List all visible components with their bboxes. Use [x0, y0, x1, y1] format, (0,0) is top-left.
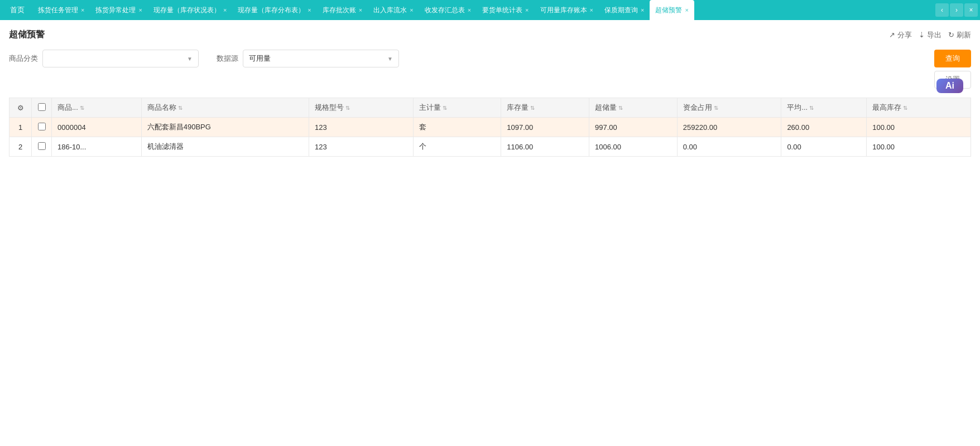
tab-label: 拣货异常处理 [95, 6, 136, 15]
table-row: 1 0000004 六配套新昌490BPG 123 套 1097.00 997.… [9, 118, 971, 137]
top-nav: 首页 拣货任务管理 ×拣货异常处理 ×现存量（库存状况表） ×现存量（库存分布表… [0, 0, 980, 20]
nav-tab-tab7[interactable]: 收发存汇总表 × [419, 0, 477, 20]
tab-close-icon[interactable]: × [359, 7, 362, 13]
sort-icon-capital: ⇅ [714, 105, 718, 111]
col-checkbox-header[interactable] [32, 98, 52, 118]
category-filter: 商品分类 ▼ [9, 50, 199, 67]
ai-badge[interactable]: Ai [936, 79, 963, 93]
category-label: 商品分类 [9, 54, 38, 64]
nav-tab-tab8[interactable]: 要货单统计表 × [477, 0, 534, 20]
tab-label: 要货单统计表 [482, 6, 522, 15]
nav-close-btn[interactable]: × [964, 3, 978, 17]
sort-icon-avg: ⇅ [809, 105, 814, 111]
row-settings-cell: 2 [9, 137, 32, 157]
row-unit: 个 [413, 137, 501, 157]
tab-close-icon[interactable]: × [525, 7, 529, 13]
tab-close-icon[interactable]: × [308, 7, 311, 13]
export-icon: ⇣ [919, 31, 925, 39]
tab-label: 收发存汇总表 [425, 6, 465, 15]
page-title: 超储预警 [9, 29, 45, 41]
tab-close-icon[interactable]: × [590, 7, 593, 13]
tab-close-icon[interactable]: × [223, 7, 227, 13]
nav-tabs: 拣货任务管理 ×拣货异常处理 ×现存量（库存状况表） ×现存量（库存分布表） ×… [32, 0, 694, 20]
row-product-code: 186-10... [52, 137, 142, 157]
row-product-name: 六配套新昌490BPG [141, 118, 309, 137]
row-settings-cell: 1 [9, 118, 32, 137]
nav-home[interactable]: 首页 [2, 0, 32, 20]
sort-icon-maxstock: ⇅ [903, 105, 907, 111]
nav-next-btn[interactable]: › [950, 3, 963, 17]
tab-label: 超储预警 [655, 6, 682, 15]
row-max-stock: 100.00 [867, 137, 971, 157]
filter-row: 商品分类 ▼ 数据源 可用量 ▼ [9, 50, 934, 67]
col-product-code-header[interactable]: 商品...⇅ [52, 98, 142, 118]
row-overstock: 997.00 [589, 118, 678, 137]
nav-tab-tab4[interactable]: 现存量（库存分布表） × [232, 0, 316, 20]
col-maxstock-header[interactable]: 最高库存⇅ [867, 98, 971, 118]
nav-tab-tab2[interactable]: 拣货异常处理 × [90, 0, 147, 20]
col-capital-header[interactable]: 资金占用⇅ [677, 98, 781, 118]
row-stock: 1106.00 [501, 137, 589, 157]
refresh-button[interactable]: ↻ 刷新 [948, 30, 971, 40]
col-product-name-header[interactable]: 商品名称⇅ [141, 98, 309, 118]
row-checkbox-cell[interactable] [32, 118, 52, 137]
sort-icon-overstock: ⇅ [618, 105, 623, 111]
tab-label: 现存量（库存分布表） [238, 6, 305, 15]
tab-close-icon[interactable]: × [641, 7, 644, 13]
row-unit: 套 [413, 118, 501, 137]
tab-label: 库存批次账 [323, 6, 356, 15]
select-all-checkbox[interactable] [38, 103, 46, 111]
col-stock-header[interactable]: 库存量⇅ [501, 98, 589, 118]
col-settings-header[interactable]: ⚙ [9, 98, 32, 118]
row-spec: 123 [309, 118, 413, 137]
datasource-select[interactable]: 可用量 ▼ [243, 50, 399, 67]
row-max-stock: 100.00 [867, 118, 971, 137]
category-select[interactable]: ▼ [42, 50, 199, 67]
table-header-row: ⚙ 商品...⇅ 商品名称⇅ 规格型号⇅ 主计量⇅ 库存量⇅ [9, 98, 971, 118]
table-row: 2 186-10... 机油滤清器 123 个 1106.00 1006.00 … [9, 137, 971, 157]
nav-arrows: ‹ › × [935, 3, 978, 17]
tab-label: 可用量库存账本 [540, 6, 587, 15]
sort-icon-spec: ⇅ [345, 105, 350, 111]
nav-tab-tab3[interactable]: 现存量（库存状况表） × [148, 0, 232, 20]
table-body: 1 0000004 六配套新昌490BPG 123 套 1097.00 997.… [9, 118, 971, 157]
category-arrow-icon: ▼ [187, 56, 193, 62]
sort-icon-stock: ⇅ [530, 105, 535, 111]
row-checkbox-cell[interactable] [32, 137, 52, 157]
datasource-value: 可用量 [249, 54, 271, 64]
nav-tab-tab1[interactable]: 拣货任务管理 × [32, 0, 90, 20]
col-avg-header[interactable]: 平均...⇅ [781, 98, 867, 118]
row-avg: 260.00 [781, 118, 867, 137]
row-checkbox[interactable] [38, 142, 46, 150]
sort-icon-unit: ⇅ [443, 105, 447, 111]
page-content: 超储预警 ↗ 分享 ⇣ 导出 ↻ 刷新 商品分类 [0, 20, 980, 446]
nav-tab-tab10[interactable]: 保质期查询 × [599, 0, 650, 20]
export-button[interactable]: ⇣ 导出 [919, 30, 941, 40]
row-product-code: 0000004 [52, 118, 142, 137]
row-product-name: 机油滤清器 [141, 137, 309, 157]
page-header: 超储预警 ↗ 分享 ⇣ 导出 ↻ 刷新 [9, 29, 971, 41]
tab-close-icon[interactable]: × [410, 7, 413, 13]
tab-close-icon[interactable]: × [468, 7, 471, 13]
nav-tab-tab11[interactable]: 超储预警 × [650, 0, 694, 20]
datasource-arrow-icon: ▼ [387, 56, 393, 62]
tab-close-icon[interactable]: × [685, 7, 688, 13]
gear-icon: ⚙ [17, 104, 24, 112]
nav-tab-tab9[interactable]: 可用量库存账本 × [535, 0, 599, 20]
row-checkbox[interactable] [38, 123, 46, 130]
col-overstock-header[interactable]: 超储量⇅ [589, 98, 678, 118]
share-button[interactable]: ↗ 分享 [889, 30, 912, 40]
tab-close-icon[interactable]: × [138, 7, 142, 13]
sort-icon-code: ⇅ [80, 105, 84, 111]
row-stock: 1097.00 [501, 118, 589, 137]
tab-close-icon[interactable]: × [81, 7, 84, 13]
nav-prev-btn[interactable]: ‹ [935, 3, 949, 17]
col-spec-header[interactable]: 规格型号⇅ [309, 98, 413, 118]
data-table: ⚙ 商品...⇅ 商品名称⇅ 规格型号⇅ 主计量⇅ 库存量⇅ [9, 98, 971, 157]
col-unit-header[interactable]: 主计量⇅ [413, 98, 501, 118]
tab-label: 现存量（库存状况表） [153, 6, 220, 15]
nav-tab-tab5[interactable]: 库存批次账 × [317, 0, 368, 20]
query-button[interactable]: 查询 [934, 50, 971, 67]
datasource-label: 数据源 [217, 54, 238, 64]
nav-tab-tab6[interactable]: 出入库流水 × [368, 0, 419, 20]
